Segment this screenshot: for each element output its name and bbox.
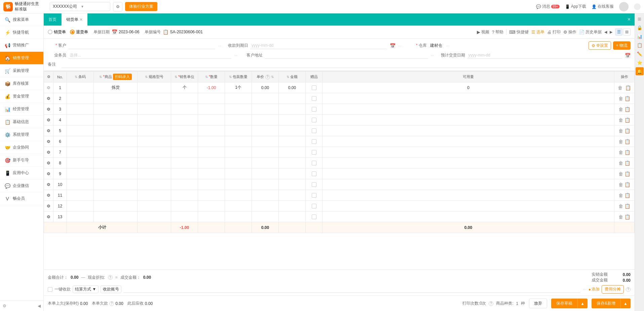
delete-row-button-1[interactable]: 🗑 [617, 85, 623, 90]
rp-icon-1[interactable]: ⊞ [636, 15, 644, 23]
company-selector[interactable]: XXXXXX公司 ▼ [50, 2, 110, 11]
fenyong-button[interactable]: 费用分摊 [602, 285, 624, 294]
sidebar-item-search[interactable]: 🔍 搜索菜单 [0, 13, 43, 26]
sidebar-item-app-center[interactable]: 📱 应用中心 [0, 167, 43, 180]
one-click-pay-checkbox[interactable] [48, 287, 52, 292]
payment-date-calendar-icon[interactable]: 📅 [390, 43, 395, 48]
owed-help-icon[interactable]: ? [109, 301, 114, 306]
scan-barcode-button[interactable]: 扫码录入 [113, 74, 132, 80]
row-config[interactable]: ⚙ [44, 179, 53, 190]
row-qty-1[interactable]: -1.00 [198, 82, 225, 93]
delete-row-button[interactable]: 🗑 [618, 160, 624, 166]
discard-button[interactable]: 放弃 [529, 299, 547, 308]
history-tool-button[interactable]: 📄 历史单据 [579, 29, 602, 35]
sidebar-item-finance[interactable]: 💰 资金管理 [0, 90, 43, 103]
row-config[interactable]: ⚙ [44, 211, 53, 222]
copy-row-button[interactable]: 📋 [624, 96, 631, 101]
copy-row-button[interactable]: 📋 [624, 150, 631, 155]
sidebar-item-enterprise[interactable]: 🤝 企业协同 [0, 141, 43, 154]
avatar[interactable] [619, 2, 629, 11]
operation-tool-button[interactable]: ⚙ 操作 [563, 29, 576, 35]
warehouse-picker-button[interactable]: ··· [446, 43, 450, 48]
copy-row-button[interactable]: 📋 [624, 107, 631, 112]
copy-row-button[interactable]: 📋 [624, 203, 631, 209]
trial-button[interactable]: 体验行业方案 [125, 2, 157, 11]
nav-right-button[interactable]: ▶ [610, 30, 612, 34]
payment-date-more-button[interactable]: ··· [398, 43, 402, 48]
list-view-button[interactable]: ☰ [615, 28, 622, 36]
copy-row-button[interactable]: 📋 [624, 182, 631, 187]
customer-addr-more-button[interactable]: ··· [431, 53, 434, 58]
row-config[interactable]: ⚙ [44, 168, 53, 179]
rp-icon-7[interactable]: 🔔 [636, 67, 644, 75]
row-pkg-qty-1[interactable]: 1个 [225, 82, 252, 93]
delete-row-button[interactable]: 🗑 [618, 150, 624, 155]
sidebar-item-sales[interactable]: 🏠 销售管理 [0, 52, 43, 65]
radio-sale[interactable]: 销货单 [48, 29, 66, 35]
avatar-dropdown[interactable] [634, 3, 641, 10]
copy-row-button-1[interactable]: 📋 [624, 85, 632, 90]
rp-icon-2[interactable]: 🔒 [636, 24, 644, 32]
app-download-button[interactable]: 📱 App下载 [565, 4, 586, 9]
row-amount-1[interactable]: 0.00 [279, 82, 306, 93]
logistics-action-button[interactable]: + 物流 [613, 41, 631, 50]
sidebar-collapse-icon[interactable]: ◀ [38, 304, 41, 308]
copy-row-button[interactable]: 📋 [624, 160, 631, 166]
sidebar-item-corp-wechat[interactable]: 💬 企业微信 [0, 180, 43, 192]
delete-row-button[interactable]: 🗑 [618, 107, 624, 112]
row-spec-1[interactable] [138, 82, 171, 93]
sidebar-item-system[interactable]: ⚙️ 系统管理 [0, 128, 43, 141]
grid-view-button[interactable]: ⊞ [623, 28, 631, 36]
save-new-button[interactable]: 保存&新增 [592, 299, 620, 308]
rp-icon-4[interactable]: 📋 [636, 41, 644, 49]
delivery-date-input[interactable] [467, 52, 622, 59]
delete-row-button[interactable]: 🗑 [618, 96, 624, 101]
copy-row-button[interactable]: 📋 [624, 117, 631, 123]
row-config[interactable]: ⚙ [44, 147, 53, 158]
fenyong-help-icon[interactable]: ? [626, 287, 631, 292]
delete-row-button[interactable]: 🗑 [618, 128, 624, 133]
sidebar-item-guide[interactable]: 🎯 新手引导 [0, 154, 43, 167]
rp-icon-3[interactable]: 📊 [636, 32, 644, 40]
sidebar-item-marketing[interactable]: 📢 营销推广 [0, 39, 43, 52]
discount-help-icon[interactable]: ? [108, 275, 113, 280]
row-config[interactable]: ⚙ [44, 158, 53, 168]
tab-home[interactable]: 首页 [44, 13, 62, 26]
sidebar-item-quick-nav[interactable]: ⚡ 快捷导航 [0, 26, 43, 39]
row-config[interactable]: ⚙ [44, 115, 53, 125]
print-tool-button[interactable]: 🖨 打印 [547, 29, 561, 35]
calendar-icon-date[interactable]: 📅 [112, 29, 117, 35]
add-payment-button[interactable]: ● 添加 [589, 286, 600, 292]
select-tool-button[interactable]: ☰ 选单 [531, 29, 544, 35]
nav-left-button[interactable]: ◀ [604, 30, 607, 34]
copy-row-button[interactable]: 📋 [624, 171, 631, 177]
row-config-1[interactable]: ⚙ [44, 82, 53, 93]
delete-row-button[interactable]: 🗑 [618, 203, 624, 209]
row-barcode-1[interactable] [67, 82, 94, 93]
video-tool-button[interactable]: ▶ 视频 [477, 29, 489, 35]
settings-action-button[interactable]: ⚙ ⚙设置 [589, 41, 611, 50]
row-unit-1[interactable]: 个 [171, 82, 198, 93]
delete-row-button[interactable]: 🗑 [618, 117, 624, 123]
row-config[interactable]: ⚙ [44, 190, 53, 201]
customer-picker-button[interactable]: ··· [218, 43, 221, 48]
delete-row-button[interactable]: 🗑 [618, 214, 624, 220]
payment-method-select[interactable]: 结算方式 ▼ [73, 285, 99, 293]
copy-row-button[interactable]: 📋 [624, 139, 631, 144]
tab-sales-order[interactable]: 销货单 × [62, 13, 87, 26]
sidebar-item-basic-info[interactable]: 📋 基础信息 [0, 116, 43, 128]
payment-amount-input[interactable] [123, 286, 580, 293]
sidebar-item-operations[interactable]: 📊 经营管理 [0, 103, 43, 116]
payment-more-button[interactable]: ··· [583, 287, 586, 292]
company-settings-button[interactable]: ⚙ [113, 2, 122, 11]
row-gift-1[interactable] [306, 82, 323, 93]
salesperson-picker-button[interactable]: ··· [234, 53, 237, 58]
save-draft-button[interactable]: 保存草稿 [551, 299, 577, 308]
copy-row-button[interactable]: 📋 [624, 193, 631, 198]
customer-addr-input[interactable] [265, 52, 428, 59]
row-config[interactable]: ⚙ [44, 201, 53, 211]
sidebar-item-purchase[interactable]: 🛒 采购管理 [0, 65, 43, 77]
sidebar-settings-icon[interactable]: ⚙ [3, 304, 6, 308]
row-config[interactable]: ⚙ [44, 104, 53, 115]
remarks-input[interactable] [62, 61, 631, 68]
